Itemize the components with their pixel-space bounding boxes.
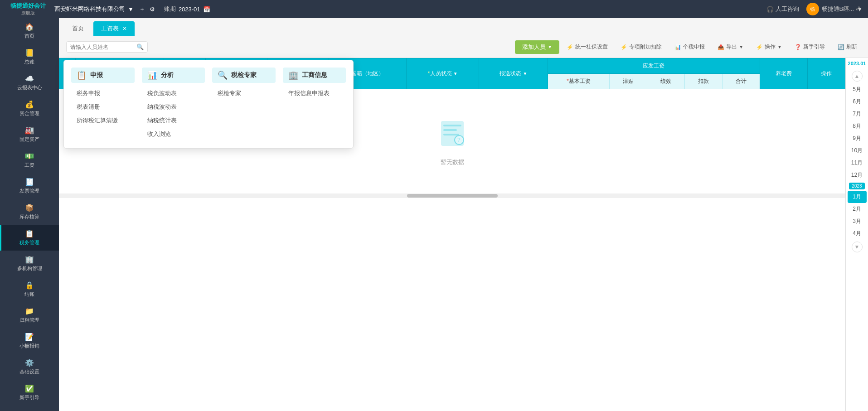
ledger-icon: 📒 [25, 48, 34, 57]
svg-rect-1 [443, 125, 461, 126]
sidebar-item-basic[interactable]: ⚙️ 基础设置 [0, 354, 59, 380]
sidebar-item-salary[interactable]: 💵 工资 [0, 147, 59, 173]
th-total: 合计 [722, 74, 760, 89]
service-button[interactable]: 🎧 人工咨询 [766, 5, 799, 13]
cal-month-8[interactable]: 8月 [848, 120, 867, 132]
menu-item-tax-fluctuation2[interactable]: 纳税波动表 [142, 100, 205, 114]
sidebar-item-home[interactable]: 🏠 首页 [0, 18, 59, 44]
sidebar-item-member[interactable]: V 畅会员 [0, 406, 59, 411]
svg-rect-3 [443, 134, 459, 135]
period-label: 账期 [164, 5, 176, 13]
tab-home[interactable]: 首页 [64, 21, 92, 36]
settings-icon[interactable]: ⚙ [150, 6, 155, 13]
add-company-icon[interactable]: ＋ [139, 5, 145, 13]
company-selector[interactable]: 西安虾米网络科技有限公司 ▼ ＋ ⚙ [54, 5, 155, 13]
search-input[interactable] [70, 44, 134, 50]
menu-item-income-browse[interactable]: 收入浏览 [142, 127, 205, 141]
sidebar-item-guide[interactable]: ✅ 新手引导 [0, 380, 59, 406]
tab-salary-table[interactable]: 工资表 ✕ [93, 21, 135, 36]
sidebar-item-ledger[interactable]: 📒 总账 [0, 44, 59, 70]
company-dropdown-icon[interactable]: ▼ [128, 6, 134, 13]
calendar-up-nav[interactable]: ▲ [852, 71, 863, 82]
sidebar-item-inventory[interactable]: 📦 库存核算 [0, 199, 59, 225]
home-icon: 🏠 [25, 23, 34, 31]
sidebar-item-cloud[interactable]: ☁️ 云报表中心 [0, 70, 59, 96]
menu-item-expert[interactable]: 税检专家 [212, 87, 276, 100]
table-scrollbar[interactable] [59, 193, 845, 198]
filter-icon-report[interactable]: ▼ [523, 71, 527, 76]
th-performance: 绩效 [647, 74, 684, 89]
sidebar-item-archive[interactable]: 📁 归档管理 [0, 302, 59, 328]
sidebar-item-mini[interactable]: 📝 小畅报销 [0, 328, 59, 354]
cal-month-10[interactable]: 10月 [848, 145, 867, 157]
sidebar-item-funds[interactable]: 💰 资金管理 [0, 96, 59, 121]
period-selector[interactable]: 账期 2023-01 📅 [164, 5, 210, 13]
operation-label: 操作 [765, 43, 776, 51]
sidebar-label-cloud: 云报表中心 [17, 84, 42, 91]
period-value[interactable]: 2023-01 [179, 6, 200, 13]
th-basic-salary: *基本工资 [548, 74, 610, 89]
required-mark-status: * [428, 70, 430, 77]
app-subtitle: 旗舰版 [21, 10, 35, 16]
sidebar-item-invoice[interactable]: 🧾 发票管理 [0, 173, 59, 199]
guide-btn[interactable]: ❓ 新手引导 [791, 41, 829, 53]
filter-icon-status[interactable]: ▼ [453, 71, 458, 76]
refresh-label: 刷新 [846, 43, 857, 51]
settings-gear-icon: ⚙️ [25, 358, 34, 367]
calendar-icon[interactable]: 📅 [203, 6, 210, 13]
tab-close-icon[interactable]: ✕ [122, 25, 127, 32]
cal-month-1[interactable]: 1月 [848, 191, 867, 203]
menu-item-tax-stats[interactable]: 纳税统计表 [142, 114, 205, 127]
cal-month-3[interactable]: 3月 [848, 215, 867, 227]
add-person-button[interactable]: 添加人员 ▼ [515, 40, 559, 54]
menu-item-tax-form[interactable]: 税表清册 [71, 100, 135, 114]
special-deduct-btn[interactable]: ⚡ 专项附加扣除 [617, 41, 665, 53]
calendar-down-nav[interactable]: ▼ [852, 242, 863, 252]
svg-text:?: ? [457, 137, 461, 143]
social-insurance-btn[interactable]: ⚡ 统一社保设置 [563, 41, 611, 53]
sidebar-item-assets[interactable]: 🏭 固定资产 [0, 121, 59, 147]
menu-item-annual-report[interactable]: 年报信息申报表 [283, 87, 346, 100]
cal-month-6[interactable]: 6月 [848, 96, 867, 108]
sidebar-label-funds: 资金管理 [19, 110, 39, 117]
add-dropdown-icon: ▼ [548, 44, 552, 49]
close-button[interactable]: ✕ [843, 4, 852, 13]
tax-report-btn[interactable]: 📊 个税申报 [671, 41, 708, 53]
cal-month-9[interactable]: 9月 [848, 132, 867, 145]
sidebar-label-ledger: 总账 [24, 58, 34, 65]
sidebar-label-inventory: 库存核算 [19, 213, 39, 220]
headset-icon: 🎧 [766, 6, 774, 13]
resize-button[interactable]: ⤢ [853, 4, 863, 13]
business-section-icon: 🏢 [288, 70, 298, 80]
export-icon: 📤 [718, 44, 724, 50]
menu-item-income-clear[interactable]: 所得税汇算清缴 [71, 114, 135, 127]
cal-month-7[interactable]: 7月 [848, 108, 867, 120]
search-icon[interactable]: 🔍 [136, 44, 144, 50]
sidebar-item-multi[interactable]: 🏢 多机构管理 [0, 251, 59, 276]
th-ops: 操作 [807, 58, 845, 89]
menu-item-tax-declare[interactable]: 税务申报 [71, 87, 135, 100]
export-label: 导出 [726, 43, 737, 51]
menu-item-tax-fluctuation[interactable]: 税负波动表 [142, 87, 205, 100]
cal-month-12[interactable]: 12月 [848, 169, 867, 181]
empty-icon: ? [434, 116, 470, 153]
refresh-btn[interactable]: 🔄 刷新 [834, 41, 861, 53]
sidebar: 🏠 首页 📒 总账 ☁️ 云报表中心 💰 资金管理 🏭 固定资产 💵 工资 🧾 … [0, 18, 59, 411]
scroll-thumb[interactable] [407, 194, 498, 198]
cal-month-11[interactable]: 11月 [848, 157, 867, 169]
close-books-icon: 🔒 [25, 281, 34, 290]
cal-month-2[interactable]: 2月 [848, 203, 867, 215]
app-logo: 畅捷通好会计 旗舰版 [5, 2, 51, 16]
guide-help-icon: ❓ [795, 44, 801, 50]
operation-btn[interactable]: ⚡ 操作 ▼ [752, 41, 786, 53]
add-person-label: 添加人员 [522, 43, 546, 51]
sidebar-item-tax[interactable]: 📋 税务管理 [0, 225, 59, 251]
export-btn[interactable]: 📤 导出 ▼ [714, 41, 747, 53]
cal-month-5[interactable]: 5月 [848, 83, 867, 96]
analysis-section-icon: 📊 [147, 70, 157, 80]
sidebar-item-close[interactable]: 🔒 结账 [0, 276, 59, 302]
cal-month-4[interactable]: 4月 [848, 227, 867, 240]
social-label: 统一社保设置 [575, 43, 608, 51]
search-wrap: 🔍 [66, 41, 148, 53]
tax-report-label: 个税申报 [683, 43, 705, 51]
